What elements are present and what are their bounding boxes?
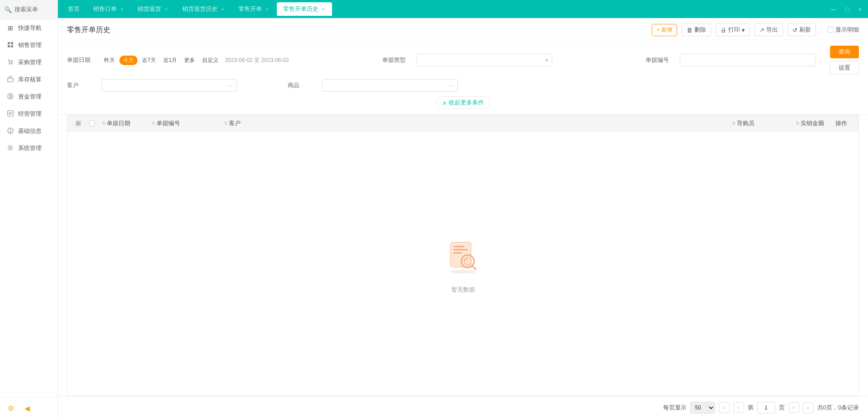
th-salesperson[interactable]: ⇅ 导购员 [728, 119, 773, 127]
window-close-btn[interactable]: × [855, 5, 864, 14]
bill-type-select[interactable]: ▾ [417, 54, 552, 66]
sidebar-item-base-info[interactable]: 基础信息 [0, 122, 57, 140]
goods-dots-icon[interactable]: ··· [448, 82, 454, 89]
first-page-btn[interactable]: « [719, 402, 730, 413]
page-word: 第 [748, 404, 754, 412]
shortcut-more[interactable]: 更多 [181, 56, 198, 65]
display-cols-checkbox[interactable] [827, 27, 834, 33]
svg-point-5 [11, 63, 13, 64]
th-customer-label: 客户 [229, 119, 241, 127]
page-size-select[interactable]: 20 50 100 200 [690, 402, 715, 414]
window-min-btn[interactable]: — [828, 5, 840, 14]
display-cols-label: 显示明细 [835, 26, 859, 34]
svg-rect-14 [453, 246, 465, 247]
tab-retail-open-history-close[interactable]: × [321, 6, 326, 12]
customer-dots-icon[interactable]: ··· [228, 82, 233, 89]
sidebar-item-inventory[interactable]: 库存核算 [0, 71, 57, 88]
filter-row-date: 单据日期 昨天 今天 近7天 近1月 更多 自定义 2023-06-02 至 2… [67, 46, 859, 75]
bill-no-input[interactable] [680, 54, 816, 66]
shortcut-1month[interactable]: 近1月 [161, 56, 180, 65]
sidebar-item-purchase-mgmt[interactable]: 采购管理 [0, 54, 57, 71]
toolbar: + 新增 🗑 删除 🖨 打印 ▾ ↗ 导出 ↺ 刷新 [652, 24, 859, 36]
search-menu-item[interactable]: 🔍 搜索采单 [0, 0, 57, 19]
th-billno[interactable]: ⇅ 单据编号 [148, 119, 220, 127]
sidebar-item-quick-nav[interactable]: ⊞ 快捷导航 [0, 19, 57, 37]
prev-page-btn[interactable]: < [733, 402, 744, 413]
shortcut-today[interactable]: 今天 [119, 56, 138, 65]
refresh-label: 刷新 [799, 26, 811, 34]
display-cols-toggle[interactable]: 显示明细 [827, 26, 859, 34]
window-max-btn[interactable]: □ [843, 5, 852, 14]
tab-sales-order[interactable]: 销售订单 × [87, 2, 130, 16]
last-page-btn[interactable]: » [803, 402, 814, 413]
th-amount-label: 实销金额 [801, 119, 824, 127]
shortcut-7days[interactable]: 近7天 [139, 56, 159, 65]
setting-button[interactable]: 设置 [830, 61, 859, 75]
print-arrow-icon: ▾ [742, 27, 745, 33]
sidebar-footer: ⚙ ◀ [0, 397, 57, 419]
print-icon: 🖨 [721, 27, 726, 33]
sidebar: 🔍 搜索采单 ⊞ 快捷导航 销售管理 采购管理 库存核算 [0, 0, 58, 419]
table-area: ⇅ 单据日期 ⇅ 单据编号 ⇅ 客户 ⇅ 导购员 ⇅ 实销金额 [58, 115, 868, 396]
svg-rect-0 [8, 42, 10, 44]
quick-nav-icon: ⊞ [6, 24, 14, 32]
th-date[interactable]: ⇅ 单据日期 [98, 119, 148, 127]
svg-point-18 [464, 258, 471, 265]
page-title: 零售开单历史 [67, 25, 110, 35]
tab-sales-return-history-label: 销货退货历史 [182, 5, 218, 13]
next-page-btn[interactable]: > [788, 402, 799, 413]
query-button[interactable]: 查询 [830, 46, 859, 58]
svg-rect-15 [453, 249, 468, 250]
export-button[interactable]: ↗ 导出 [754, 24, 783, 36]
settings-footer-btn[interactable]: ⚙ [5, 402, 17, 414]
print-label: 打印 [728, 26, 740, 34]
page-header: 零售开单历史 + 新增 🗑 删除 🖨 打印 ▾ ↗ 导出 ↺ [58, 18, 868, 40]
sidebar-item-label: 基础信息 [18, 127, 42, 135]
tab-retail-open-history[interactable]: 零售开单历史 × [277, 2, 332, 16]
th-amount[interactable]: ⇅ 实销金额 [773, 119, 828, 127]
tab-sales-order-close[interactable]: × [119, 6, 124, 12]
sort-icon: ⇅ [152, 121, 155, 126]
sidebar-item-sys-mgmt[interactable]: 系统管理 [0, 140, 57, 157]
export-label: 导出 [766, 26, 778, 34]
page-input[interactable] [757, 402, 775, 414]
svg-rect-3 [11, 45, 13, 47]
svg-point-12 [450, 270, 477, 273]
window-controls: — □ × [828, 5, 864, 14]
bill-no-label: 单据编号 [645, 56, 673, 64]
sort-icon: ⇅ [796, 121, 799, 126]
main-area: 首页 销售订单 × 销货退货 × 销货退货历史 × 零售开单 × 零售开单历史 … [58, 0, 868, 419]
sidebar-item-sales-mgmt[interactable]: 销售管理 [0, 37, 57, 54]
shortcut-yesterday[interactable]: 昨天 [101, 56, 118, 65]
tab-home[interactable]: 首页 [62, 2, 86, 16]
table-header: ⇅ 单据日期 ⇅ 单据编号 ⇅ 客户 ⇅ 导购员 ⇅ 实销金额 [67, 115, 859, 131]
tab-sales-return-history-close[interactable]: × [220, 6, 225, 12]
th-customer[interactable]: ⇅ 客户 [220, 119, 728, 127]
tab-retail-open[interactable]: 零售开单 × [232, 2, 275, 16]
refresh-button[interactable]: ↺ 刷新 [787, 24, 816, 36]
select-all-checkbox[interactable] [89, 120, 95, 127]
inventory-icon [6, 76, 14, 84]
sidebar-nav: ⊞ 快捷导航 销售管理 采购管理 库存核算 资金管理 [0, 19, 57, 397]
sidebar-item-finance[interactable]: 资金管理 [0, 88, 57, 105]
th-action-label: 操作 [835, 119, 847, 127]
tab-sales-return[interactable]: 销货退货 × [131, 2, 175, 16]
shortcut-custom[interactable]: 自定义 [199, 56, 221, 65]
add-button[interactable]: + 新增 [652, 24, 677, 36]
tab-sales-return-history[interactable]: 销货退货历史 × [176, 2, 231, 16]
print-button[interactable]: 🖨 打印 ▾ [716, 24, 750, 36]
sidebar-item-label: 销售管理 [18, 41, 42, 49]
collapse-sidebar-btn[interactable]: ◀ [21, 402, 33, 414]
export-icon: ↗ [759, 27, 764, 33]
search-icon: 🔍 [5, 6, 12, 13]
delete-button[interactable]: 🗑 删除 [682, 24, 711, 36]
tab-retail-open-close[interactable]: × [265, 6, 269, 12]
th-settings[interactable] [71, 120, 85, 127]
query-area: 查询 设置 [830, 46, 859, 75]
th-action: 操作 [828, 119, 855, 127]
tab-sales-return-close[interactable]: × [164, 6, 168, 12]
th-checkbox[interactable] [85, 120, 98, 127]
svg-point-20 [465, 259, 467, 261]
collapse-btn[interactable]: ∧ 收起更多条件 [436, 96, 490, 109]
sidebar-item-operations[interactable]: 经营管理 [0, 105, 57, 122]
